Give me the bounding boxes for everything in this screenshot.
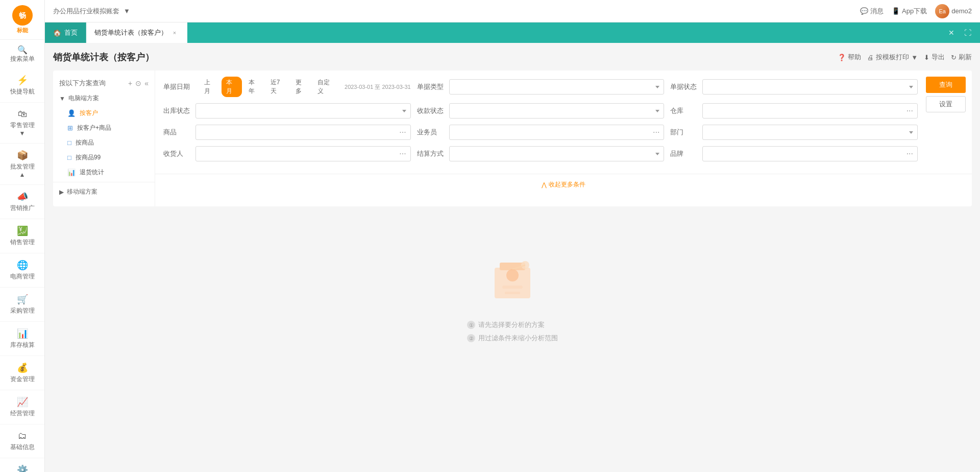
sidebar-item-system[interactable]: ⚙️ 系统管理 [0, 458, 44, 472]
sidebar-item-ecommerce[interactable]: 🌐 电商管理 [0, 253, 44, 288]
sidebar-item-sales[interactable]: 💹 销售管理 [0, 219, 44, 253]
scheme-group-mobile-header[interactable]: ▶ 移动端方案 [53, 184, 155, 199]
consignee-select[interactable]: ··· [195, 146, 411, 161]
date-btn-custom[interactable]: 自定义 [313, 77, 338, 97]
split-layout: 按以下方案查询 + ⊙ « ▼ 电脑端方案 👤 [53, 70, 972, 206]
scheme-item-by-goods-99[interactable]: □ 按商品99 [57, 150, 155, 165]
header-right: 💬 消息 📱 App下载 Ea demo2 [860, 4, 972, 18]
grid-icon: ⊞ [67, 124, 73, 132]
tab-close-btn[interactable]: × [170, 29, 179, 37]
scheme-panel: 按以下方案查询 + ⊙ « ▼ 电脑端方案 👤 [53, 70, 155, 206]
help-icon: ❓ [838, 54, 846, 61]
date-range-display: 2023-03-01 至 2023-03-31 [345, 83, 411, 91]
tip-num-2: ② [467, 334, 475, 342]
brand-dots[interactable]: ··· [906, 149, 913, 158]
order-type-dropdown-icon [655, 86, 659, 88]
receipt-status-select[interactable] [449, 103, 665, 119]
scheme-actions: + ⊙ « [128, 79, 149, 87]
settings-button[interactable]: 设置 [926, 96, 966, 112]
scheme-item-by-customer[interactable]: 👤 按客户 [57, 106, 155, 121]
filter-row-3: 商品 ··· 业务员 ··· [163, 125, 918, 140]
warehouse-dots[interactable]: ··· [906, 106, 913, 115]
goods-select[interactable]: ··· [195, 125, 411, 140]
scheme-item-by-customer-goods[interactable]: ⊞ 按客户+商品 [57, 121, 155, 135]
sidebar-item-operations[interactable]: 📈 经营管理 [0, 390, 44, 424]
query-button[interactable]: 查询 [926, 77, 966, 93]
scheme-edit-btn[interactable]: ⊙ [135, 79, 141, 87]
empty-illustration [482, 247, 543, 310]
help-btn[interactable]: ❓ 帮助 [838, 53, 861, 62]
user-avatar-btn[interactable]: Ea demo2 [935, 4, 972, 18]
date-btn-this-year[interactable]: 本年 [244, 77, 264, 97]
refresh-icon: ↻ [951, 54, 957, 61]
app-download-btn[interactable]: 📱 App下载 [892, 7, 927, 16]
scheme-collapse-btn[interactable]: « [144, 79, 149, 87]
purchase-icon: 🛒 [17, 294, 28, 305]
filter-order-status-item: 单据状态 [670, 79, 918, 95]
header-dropdown-icon[interactable]: ▼ [124, 7, 130, 15]
template-print-btn[interactable]: 🖨 按模板打印 ▼ [867, 53, 918, 62]
chevron-down-icon: ▼ [59, 95, 65, 102]
filter-salesperson-item: 业务员 ··· [417, 125, 665, 140]
print-dropdown-icon: ▼ [911, 54, 918, 61]
order-type-select[interactable] [449, 79, 665, 95]
sidebar-item-purchase[interactable]: 🛒 采购管理 [0, 288, 44, 322]
sales-icon: 💹 [17, 225, 28, 237]
app-logo: 畅 标能 [0, 0, 44, 40]
date-btn-more[interactable]: 更多 [291, 77, 311, 97]
export-btn[interactable]: ⬇ 导出 [924, 53, 945, 62]
scheme-group-desktop-header[interactable]: ▼ 电脑端方案 [53, 91, 155, 106]
filter-brand-item: 品牌 ··· [670, 146, 918, 161]
goods-dots[interactable]: ··· [399, 128, 406, 137]
tab-maximize-btn[interactable]: ⛶ [962, 27, 974, 39]
tip-num-1: ① [467, 321, 475, 329]
salesperson-select[interactable]: ··· [449, 125, 665, 140]
print-icon: 🖨 [867, 54, 874, 61]
empty-tips: ① 请先选择要分析的方案 ② 用过滤条件来缩小分析范围 [467, 320, 558, 343]
sidebar-item-retail[interactable]: 🛍 零售管理 ▼ [0, 103, 44, 144]
svg-rect-6 [505, 292, 520, 294]
scheme-add-btn[interactable]: + [128, 79, 132, 87]
salesperson-dots[interactable]: ··· [653, 128, 659, 137]
sidebar-item-basic[interactable]: 🗂 基础信息 [0, 424, 44, 458]
person-icon: 👤 [67, 109, 76, 117]
date-btn-last-month[interactable]: 上月 [200, 77, 219, 97]
out-status-select[interactable] [195, 103, 411, 119]
filter-payment-method-item: 结算方式 [417, 146, 665, 161]
order-status-select[interactable] [702, 79, 918, 95]
scheme-item-by-goods[interactable]: □ 按商品 [57, 135, 155, 150]
sidebar-item-shortcut[interactable]: ⚡ 快捷导航 [0, 68, 44, 103]
sidebar-item-marketing[interactable]: 📣 营销推广 [0, 185, 44, 219]
box2-icon: □ [67, 154, 71, 161]
sidebar-item-inventory[interactable]: 📊 库存核算 [0, 322, 44, 356]
date-shortcuts: 上月 本月 本年 近7天 更多 自定义 [200, 77, 338, 97]
consignee-dots[interactable]: ··· [399, 149, 406, 158]
order-status-label: 单据状态 [670, 82, 698, 91]
divider [53, 182, 155, 182]
content-area: 销货单统计表（按客户） ❓ 帮助 🖨 按模板打印 ▼ ⬇ 导出 ↻ 刷新 [45, 43, 980, 472]
marketing-icon: 📣 [17, 191, 28, 202]
collapse-more-btn[interactable]: ⋀ 收起更多条件 [538, 177, 589, 192]
department-select[interactable] [702, 125, 918, 140]
warehouse-label: 仓库 [670, 106, 698, 115]
sidebar-item-finance[interactable]: 💰 资金管理 [0, 356, 44, 390]
date-btn-this-month[interactable]: 本月 [222, 77, 241, 97]
sidebar-item-wholesale[interactable]: 📦 批发管理 ▲ [0, 144, 44, 185]
shortcut-icon: ⚡ [17, 75, 28, 86]
tab-close-window-btn[interactable]: ✕ [945, 27, 958, 39]
consignee-label: 收货人 [163, 149, 191, 158]
scheme-item-return-stat[interactable]: 📊 退货统计 [57, 165, 155, 180]
sidebar-search[interactable]: 🔍 搜索菜单 [0, 40, 44, 68]
payment-method-select[interactable] [449, 146, 665, 161]
filter-warehouse-item: 仓库 ··· [670, 103, 918, 119]
filter-consignee-item: 收货人 ··· [163, 146, 411, 161]
warehouse-select[interactable]: ··· [702, 103, 918, 119]
tab-home[interactable]: 🏠 首页 [45, 22, 86, 43]
tab-sales-stat[interactable]: 销货单统计表（按客户） × [86, 22, 187, 43]
brand-select[interactable]: ··· [702, 146, 918, 161]
refresh-btn[interactable]: ↻ 刷新 [951, 53, 972, 62]
empty-tip-2: ② 用过滤条件来缩小分析范围 [467, 334, 558, 343]
message-btn[interactable]: 💬 消息 [860, 7, 884, 16]
page-title: 销货单统计表（按客户） [53, 51, 154, 63]
date-btn-7days[interactable]: 近7天 [266, 77, 289, 97]
